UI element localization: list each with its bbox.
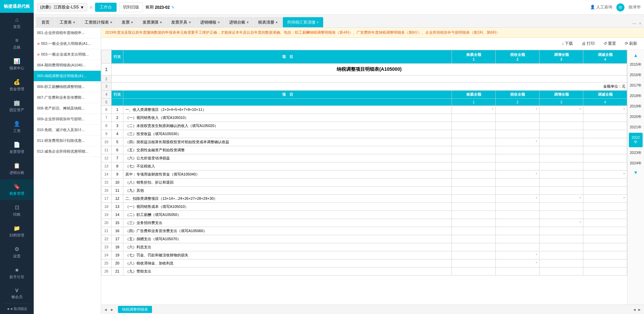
left-item-011[interactable]: 011-研发费用加计扣除优惠... [34, 135, 101, 146]
row-c4[interactable] [583, 235, 627, 243]
left-item-003[interactable]: ⊗ 003-一般企业成本支出明细... [34, 49, 101, 60]
period-selector[interactable]: 账期 2023-02 ✎ [146, 4, 175, 10]
row-c4[interactable] [583, 202, 627, 211]
row-c2[interactable] [496, 146, 540, 154]
row-c1[interactable]: * [452, 105, 496, 114]
row-c1[interactable] [452, 235, 496, 243]
row-c2[interactable] [496, 267, 540, 275]
tab-income-tax[interactable]: 所得税汇算清缴 × [283, 17, 323, 27]
row-c1[interactable] [452, 267, 496, 275]
row-c1[interactable] [452, 186, 496, 194]
scroll-nav-left[interactable]: ◄ [633, 308, 636, 312]
sidebar-item-archive[interactable]: 📁 归档管理 [0, 221, 34, 242]
tab-payroll-close[interactable]: × [73, 21, 75, 24]
row-c2[interactable]: * [496, 170, 540, 178]
year-2022[interactable]: 2022年 [629, 133, 643, 147]
row-c3[interactable]: * [540, 194, 583, 202]
sidebar-item-close[interactable]: ⊡ 结账 [0, 200, 34, 221]
tab-tax-clear[interactable]: 税表清册 × [254, 17, 282, 27]
tab-payroll-stat[interactable]: 工资统计报表 × [80, 17, 117, 27]
sidebar-item-invoice[interactable]: 📄 发票管理 [0, 137, 34, 158]
row-c3[interactable] [540, 146, 583, 154]
tab-payroll-stat-close[interactable]: × [110, 21, 112, 24]
row-c2[interactable] [496, 178, 540, 186]
tab-payroll[interactable]: 工资表 × [55, 17, 80, 27]
row-c4[interactable]: * [583, 170, 627, 178]
row-c2[interactable] [496, 122, 540, 130]
row-c1[interactable] [452, 211, 496, 219]
year-2016[interactable]: 2016年 [627, 70, 644, 80]
table-row[interactable]: 7 2 （一）视同销售收入（填写A105010） [101, 114, 627, 122]
row-c1[interactable] [452, 154, 496, 162]
window-minimize[interactable]: — [632, 21, 636, 26]
table-row[interactable]: 21 16 （四）广告费和业务宣传费支出（填写A105060） [101, 227, 627, 235]
nav-right[interactable]: ► [110, 308, 114, 312]
row-c4[interactable] [583, 138, 627, 146]
tab-invoice-open-close[interactable]: × [189, 21, 191, 24]
row-c1[interactable] [452, 170, 496, 178]
table-row[interactable]: 20 15 （三）业务招待费支出 * [101, 219, 627, 227]
tab-invoice-close[interactable]: × [131, 21, 133, 24]
row-c2[interactable] [496, 162, 540, 170]
row-c1[interactable] [452, 194, 496, 202]
row-c3[interactable]: * [540, 219, 583, 227]
row-c4[interactable] [583, 178, 627, 186]
row-c2[interactable]: * [496, 194, 540, 202]
download-button[interactable]: ↓ 下载 [559, 40, 576, 48]
row-c2[interactable] [496, 114, 540, 122]
row-c2[interactable]: * [496, 259, 540, 267]
row-c1[interactable] [452, 219, 496, 227]
row-c4[interactable] [583, 162, 627, 170]
worktable-button[interactable]: 工作台 [95, 3, 117, 12]
row-c4[interactable] [583, 211, 627, 219]
tab-invoice-open[interactable]: 发票开具 × [167, 17, 195, 27]
row-c2[interactable] [496, 130, 540, 138]
left-item-010[interactable]: 010-免税、减计收入及加计... [34, 125, 101, 135]
table-row[interactable]: 19 14 （二）职工薪酬（填写A105050） [101, 211, 627, 219]
row-c1[interactable] [452, 251, 496, 259]
row-c4[interactable]: * [583, 105, 627, 114]
table-row[interactable]: 22 17 （五）捐赠支出（填写A105070） [101, 235, 627, 243]
table-row[interactable]: 10 5 （四）按权益法核算长期股权投资对初始投资成本调整确认收益 * [101, 138, 627, 146]
tab-home[interactable]: 首页 [36, 17, 55, 27]
row-c3[interactable] [540, 243, 583, 251]
row-c1[interactable] [452, 227, 496, 235]
row-c4[interactable] [583, 243, 627, 251]
old-version-button[interactable]: 切到旧版 [119, 2, 143, 12]
row-c4[interactable] [583, 186, 627, 194]
table-row[interactable]: 26 21 （九）赞助支出 [101, 267, 627, 275]
row-c3[interactable] [540, 170, 583, 178]
row-c1[interactable] [452, 178, 496, 186]
left-item-007[interactable]: 007-广告费和业务宣传费附... [34, 92, 101, 103]
tab-invoice-calc[interactable]: 发票测算 × [138, 17, 166, 27]
tab-income-tax-close[interactable]: × [317, 21, 319, 24]
left-item-004[interactable]: 004-期间费用明细表(A1040... [34, 60, 101, 71]
sidebar-item-guide[interactable]: ★ 新手引导 [0, 263, 34, 284]
row-c3[interactable] [540, 259, 583, 267]
print-button[interactable]: 🖨 打印 [579, 40, 597, 48]
table-row[interactable]: 14 9 其中：专项用途财政性资金（填写A105040） * * [101, 170, 627, 178]
tab-input-ledger-close[interactable]: × [247, 21, 249, 24]
bottom-tab-item[interactable]: 纳税调整明细表 [118, 306, 152, 313]
sidebar-unfix[interactable]: ◄◄ 取消固定 [4, 304, 30, 314]
row-c3[interactable] [540, 267, 583, 275]
table-row[interactable]: 24 19 （七）罚金、罚款和被没收财物的损失 * [101, 251, 627, 259]
row-c1[interactable] [452, 130, 496, 138]
row-c4[interactable] [583, 114, 627, 122]
row-c2[interactable] [496, 219, 540, 227]
refresh-button[interactable]: ⟳ 刷新 [622, 40, 640, 48]
table-row[interactable]: 23 18 （六）利息支出 [101, 243, 627, 251]
row-c4[interactable]: * [583, 194, 627, 202]
nav-left[interactable]: ◄ [104, 308, 108, 312]
left-item-008[interactable]: 008-资产折旧、摊销及纳税... [34, 103, 101, 114]
row-c3[interactable] [540, 235, 583, 243]
period-edit-icon[interactable]: ✎ [171, 5, 175, 10]
row-c4[interactable] [583, 227, 627, 235]
row-c2[interactable] [496, 227, 540, 235]
table-row[interactable]: 8 3 （二）未按权责发生制原则确认的收入（填写A105020） [101, 122, 627, 130]
sidebar-item-input[interactable]: 📋 进销台账 [0, 158, 34, 179]
row-c3[interactable] [540, 178, 583, 186]
row-c1[interactable] [452, 202, 496, 211]
left-item-006[interactable]: 006-职工薪酬纳税调整明细... [34, 82, 101, 92]
row-c2[interactable]: * [496, 251, 540, 259]
